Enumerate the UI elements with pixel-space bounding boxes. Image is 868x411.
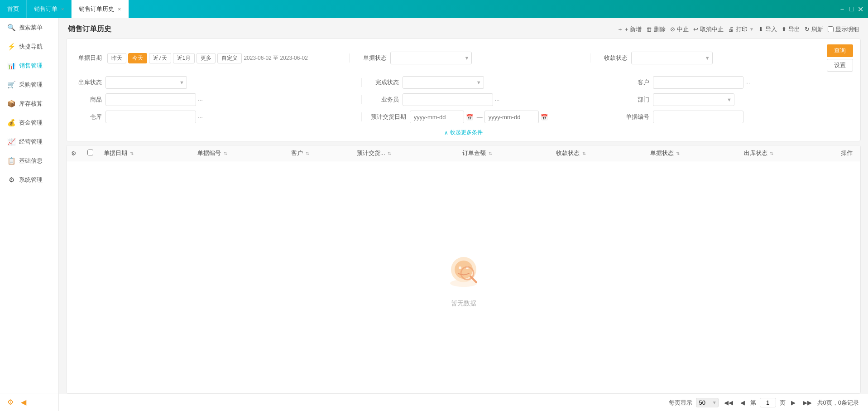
sidebar-item-system[interactable]: ⚙ 系统管理: [0, 170, 58, 189]
settings-bottom-icon[interactable]: ⚙: [7, 398, 14, 406]
calendar-start-icon[interactable]: 📅: [466, 114, 473, 121]
calendar-end-icon[interactable]: 📅: [541, 114, 548, 121]
col-checkbox[interactable]: [83, 145, 99, 161]
order-status-select[interactable]: [390, 52, 472, 64]
tab-sales-order-history[interactable]: 销售订单历史 ×: [72, 0, 128, 18]
date-btn-7days[interactable]: 近7天: [149, 53, 171, 63]
sidebar-item-operations[interactable]: 📈 经营管理: [0, 132, 58, 151]
complete-status-select[interactable]: [403, 76, 484, 89]
expected-date-end-input[interactable]: [484, 111, 539, 123]
page-suffix: 页: [780, 399, 786, 407]
print-button[interactable]: 🖨 打印 ▼: [728, 25, 754, 34]
out-status-select[interactable]: [106, 76, 187, 89]
date-btn-1month[interactable]: 近1月: [173, 53, 195, 63]
customer-dots-icon[interactable]: ···: [745, 79, 750, 86]
col-date[interactable]: 单据日期 ⇅: [99, 145, 193, 161]
new-button[interactable]: ＋ + 新增: [617, 25, 642, 34]
filter-divider-5: [361, 95, 362, 104]
sidebar-item-search[interactable]: 🔍 搜索菜单: [0, 18, 58, 37]
search-icon: 🔍: [7, 24, 15, 32]
collapse-sidebar-icon[interactable]: ◀: [21, 398, 26, 406]
payment-status-select[interactable]: [631, 52, 713, 64]
product-dots-icon[interactable]: ···: [198, 97, 203, 103]
sidebar: 🔍 搜索菜单 ⚡ 快捷导航 📊 销售管理 🛒 采购管理 📦 库存核算 💰 资金管…: [0, 18, 59, 411]
filter-product-group: 商品 ···: [74, 93, 352, 106]
col-order-no[interactable]: 单据编号 ⇅: [193, 145, 287, 161]
col-customer[interactable]: 客户 ⇅: [287, 145, 352, 161]
tab-close-history[interactable]: ×: [118, 6, 120, 12]
tab-list: 首页 销售订单 × 销售订单历史 ×: [0, 0, 839, 18]
col-order-status[interactable]: 单据状态 ⇅: [646, 145, 739, 161]
minimize-button[interactable]: －: [839, 5, 846, 14]
tab-home[interactable]: 首页: [0, 0, 27, 18]
expected-date-start-input[interactable]: [410, 111, 464, 123]
product-input[interactable]: [106, 93, 196, 106]
filter-area: 单据日期 昨天 今天 近7天 近1月 更多 自定义 2023-06-02 至 2…: [66, 39, 861, 141]
sidebar-item-basic-info[interactable]: 📋 基础信息: [0, 151, 58, 170]
sidebar-item-finance[interactable]: 💰 资金管理: [0, 113, 58, 132]
footer-pagination: 每页显示 10 20 50 100 ▼ ◀◀ ◀ 第 页 ▶ ▶▶ 共0页，0条…: [59, 394, 868, 411]
date-btn-yesterday[interactable]: 昨天: [107, 53, 126, 63]
filter-department-group: 部门 ▼: [621, 93, 853, 106]
col-out-status[interactable]: 出库状态 ⇅: [739, 145, 833, 161]
sales-icon: 📊: [7, 62, 15, 70]
page-number-input[interactable]: [760, 398, 776, 407]
cancel-stop-button[interactable]: ↩ 取消中止: [693, 25, 724, 34]
tab-close-sales-order[interactable]: ×: [61, 6, 64, 12]
filter-divider-7: [361, 112, 362, 121]
salesperson-input[interactable]: [403, 93, 493, 106]
stop-icon: ⊘: [670, 26, 675, 33]
system-icon: ⚙: [7, 176, 15, 184]
sidebar-item-sales[interactable]: 📊 销售管理: [0, 56, 58, 75]
chevron-up-icon: ∧: [444, 130, 448, 136]
stop-button[interactable]: ⊘ 中止: [670, 25, 689, 34]
col-settings[interactable]: ⚙: [67, 145, 83, 161]
table-settings-icon[interactable]: ⚙: [71, 150, 77, 157]
tab-sales-order[interactable]: 销售订单 ×: [27, 0, 72, 18]
prev-page-button[interactable]: ◀: [739, 398, 747, 407]
query-button[interactable]: 查询: [827, 44, 853, 57]
col-amount[interactable]: 订单金额 ⇅: [458, 145, 551, 161]
date-btn-today[interactable]: 今天: [128, 53, 147, 63]
sidebar-item-inventory[interactable]: 📦 库存核算: [0, 94, 58, 113]
date-control: 昨天 今天 近7天 近1月 更多 自定义 2023-06-02 至 2023-0…: [106, 53, 340, 63]
warehouse-input[interactable]: [106, 111, 196, 123]
select-all-checkbox[interactable]: [87, 150, 93, 155]
purchase-icon: 🛒: [7, 81, 15, 89]
table-area: ⚙ 单据日期 ⇅ 单据编号: [66, 145, 861, 394]
customer-input[interactable]: [653, 76, 743, 89]
maximize-button[interactable]: □: [849, 5, 854, 13]
collapse-filter-row[interactable]: ∧ 收起更多条件: [74, 128, 853, 139]
refresh-button[interactable]: ↻ 刷新: [805, 25, 823, 34]
display-detail-toggle[interactable]: 显示明细: [828, 25, 859, 34]
last-page-button[interactable]: ▶▶: [801, 398, 814, 407]
salesperson-dots-icon[interactable]: ···: [495, 97, 500, 103]
per-page-select[interactable]: 10 20 50 100: [696, 398, 719, 407]
sort-orderno-icon: ⇅: [224, 151, 227, 156]
col-expected-delivery[interactable]: 预计交货... ⇅: [352, 145, 458, 161]
col-payment-status[interactable]: 收款状态 ⇅: [551, 145, 645, 161]
filter-divider-4: [612, 78, 612, 87]
export-icon: ⬆: [782, 26, 786, 33]
set-button[interactable]: 设置: [827, 59, 853, 72]
import-button[interactable]: ⬇ 导入: [758, 25, 777, 34]
page-header: 销售订单历史 ＋ + 新增 🗑 删除 ⊘ 中止 ↩ 取消中止: [59, 18, 868, 39]
first-page-button[interactable]: ◀◀: [722, 398, 735, 407]
expected-date-label: 预计交货日期: [371, 113, 410, 121]
warehouse-dots-icon[interactable]: ···: [198, 114, 203, 121]
order-no-input[interactable]: [653, 111, 743, 123]
print-dropdown-icon[interactable]: ▼: [749, 27, 754, 32]
finance-icon: 💰: [7, 119, 15, 127]
next-page-button[interactable]: ▶: [789, 398, 797, 407]
display-detail-checkbox[interactable]: [828, 26, 834, 32]
sidebar-item-quick-nav[interactable]: ⚡ 快捷导航: [0, 37, 58, 56]
export-button[interactable]: ⬆ 导出: [782, 25, 800, 34]
department-select[interactable]: [653, 93, 734, 106]
delete-button[interactable]: 🗑 删除: [646, 25, 666, 34]
sidebar-item-purchase[interactable]: 🛒 采购管理: [0, 75, 58, 94]
close-button[interactable]: ✕: [858, 5, 863, 14]
date-btn-more[interactable]: 更多: [197, 53, 216, 63]
date-btn-custom[interactable]: 自定义: [217, 53, 242, 63]
import-icon: ⬇: [758, 26, 763, 33]
date-range-text: 2023-06-02 至 2023-06-02: [244, 54, 307, 62]
